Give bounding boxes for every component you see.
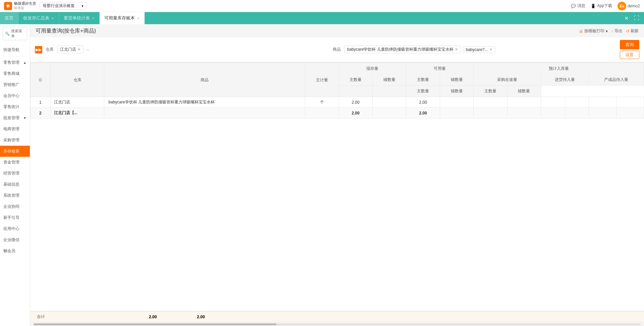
tab-order-stats[interactable]: 要货单统计表 ✕	[59, 12, 100, 24]
sidebar-divider	[3, 56, 27, 56]
filter-row: ▶▶ 仓库 江北门店 ✕ ··· 商品 babycare学饮杯 儿童防摔防撞吸管…	[30, 37, 644, 62]
col-settings-header[interactable]: ⚙	[31, 63, 51, 97]
row1-pt-main	[474, 97, 507, 108]
sidebar-item-member[interactable]: 畅会员	[0, 245, 30, 257]
settings-gear-icon[interactable]: ⚙	[38, 77, 43, 83]
footer-available-main: 2.00	[197, 315, 205, 319]
col-current-aux-header: 辅数量	[372, 74, 406, 86]
header-actions: 🖨 按模板打印 ▾ ↑ 导出 ↺ 刷新	[579, 28, 639, 34]
filter-toggle-btn[interactable]: ▶▶	[35, 46, 42, 53]
scroll-thumb[interactable]	[34, 323, 276, 325]
refresh-btn[interactable]: ↺ 刷新	[626, 28, 639, 34]
search-menu-btn[interactable]: 🔍 搜索菜单	[3, 27, 27, 40]
tab-available-stock[interactable]: 可用量库存账本 ✕	[100, 12, 145, 24]
chevron-down-icon: ▼	[23, 116, 26, 120]
table-row: 1 江北门店 babycare学饮杯 儿童防摔防撞吸管杯重力球吸嘴杯宝宝水杯 个…	[31, 97, 644, 108]
close-icon[interactable]: ✕	[137, 16, 140, 20]
nav-actions: ✕ ⛶	[623, 14, 644, 23]
sidebar-item-app-center[interactable]: 应用中心	[0, 223, 30, 234]
sidebar-item-inventory-check[interactable]: 库存核算	[0, 146, 30, 157]
product-tag-2[interactable]: babycare?... ✕	[463, 46, 495, 53]
row2-pt-aux	[507, 108, 541, 119]
nav-tabs: 首页 收发存汇总表 ✕ 要货单统计表 ✕ 可用量库存账本 ✕ ✕ ⛶	[0, 12, 644, 24]
sidebar-nav: 快捷导航 零售管理 ▲ 零售商城 营销推广 会员中心 零售统计 批发管理 ▼	[0, 43, 30, 258]
sidebar-item-new-guide[interactable]: 新手引导	[0, 212, 30, 223]
col-pending-inbound-header: 进货待入量	[541, 74, 589, 86]
sidebar-item-finance-mgmt[interactable]: 资金管理	[0, 157, 30, 168]
filter-settings-btn[interactable]: 设置	[620, 51, 639, 59]
query-btn[interactable]: 查询	[620, 40, 639, 49]
available-stock-tab-label: 可用量库存账本	[104, 15, 135, 21]
chevron-down-icon: ▾	[606, 29, 608, 34]
col-expected-inbound-header: 预计入库量	[474, 63, 644, 75]
sidebar-item-basic-info[interactable]: 基础信息	[0, 179, 30, 190]
col-pi-aux2-header: 辅数量	[507, 86, 541, 97]
product-tag-1[interactable]: babycare学饮杯 儿童防摔防撞吸管杯重力球吸嘴杯宝宝水杯 ✕	[344, 46, 461, 53]
col-unit-header: 主计量	[305, 63, 339, 97]
product-filter-label: 商品	[333, 47, 341, 52]
user-menu[interactable]: Ea demo2	[618, 2, 640, 10]
col-current-main-header: 主数量	[339, 74, 372, 86]
maximize-btn[interactable]: ⛶	[633, 14, 641, 22]
app-download-btn[interactable]: 📱 App下载	[591, 3, 612, 9]
row2-fp-main	[589, 108, 616, 119]
row2-current-main: 2.00	[339, 108, 372, 119]
col-product-header: 商品	[104, 63, 305, 97]
row1-fp-aux	[616, 97, 644, 108]
logo-text: 畅捷通好生意	[14, 1, 36, 6]
sidebar-item-ecommerce-mgmt[interactable]: 电商管理	[0, 124, 30, 135]
more-filters-btn[interactable]: ···	[86, 47, 90, 52]
message-btn[interactable]: 💬 消息	[571, 3, 585, 9]
tab-home[interactable]: 首页	[0, 12, 18, 24]
col-pt-main-header	[339, 86, 372, 97]
warehouse-tag[interactable]: 江北门店 ✕	[57, 46, 84, 53]
table-footer: 合计 2.00 2.00	[30, 311, 644, 322]
close-all-tabs-btn[interactable]: ✕	[623, 14, 630, 23]
col-available-header: 可用量	[406, 63, 474, 75]
sidebar-item-operations-mgmt[interactable]: 经营管理	[0, 168, 30, 179]
scroll-track[interactable]	[34, 323, 641, 325]
sidebar-item-enterprise-wechat[interactable]: 企业微信	[0, 234, 30, 245]
message-icon: 💬	[571, 4, 576, 8]
sidebar-item-purchase-mgmt[interactable]: 采购管理	[0, 135, 30, 146]
sidebar-item-marketing[interactable]: 营销推广	[0, 79, 30, 90]
sidebar-item-wholesale-mgmt[interactable]: 批发管理 ▼	[0, 112, 30, 124]
warehouse-tag-close[interactable]: ✕	[77, 47, 80, 52]
row1-current-main: 2.00	[339, 97, 372, 108]
sidebar-item-quick-nav[interactable]: 快捷导航	[0, 44, 30, 55]
row1-pi-aux	[565, 97, 589, 108]
col-pi-aux-header: 辅数量	[440, 86, 473, 97]
table-row: 2 江北门店【... 2.00 2.00	[31, 108, 644, 119]
col-available-aux-header: 辅数量	[440, 74, 473, 86]
logo-text-block: 畅捷通好生意 标准版	[14, 1, 36, 10]
product-tag1-close[interactable]: ✕	[455, 47, 458, 52]
sidebar-item-retail-shop[interactable]: 零售商城	[0, 68, 30, 79]
sidebar-item-retail-mgmt[interactable]: 零售管理 ▲	[0, 57, 30, 68]
row2-warehouse: 江北门店【...	[50, 108, 104, 119]
sidebar-item-enterprise-collab[interactable]: 企业协同	[0, 201, 30, 212]
logo-area: 畅 畅捷通好生意 标准版	[4, 1, 36, 10]
sidebar-item-retail-stats[interactable]: 零售统计	[0, 101, 30, 112]
product-tag2-close[interactable]: ✕	[489, 47, 492, 52]
horizontal-scrollbar[interactable]	[30, 322, 644, 326]
sidebar-item-system-mgmt[interactable]: 系统管理	[0, 190, 30, 201]
print-template-btn[interactable]: 🖨 按模板打印 ▾	[579, 28, 608, 34]
close-icon[interactable]: ✕	[92, 16, 95, 20]
sidebar-item-member-center[interactable]: 会员中心	[0, 90, 30, 101]
row2-unit	[305, 108, 339, 119]
row1-current-aux	[372, 97, 406, 108]
row2-pi-main	[541, 108, 565, 119]
export-btn[interactable]: ↑ 导出	[611, 28, 623, 34]
warehouse-filter-label: 仓库	[46, 47, 54, 52]
industry-selector[interactable]: 母婴行业演示账套 ▾	[40, 2, 87, 10]
row2-pi-aux	[565, 108, 589, 119]
col-pi-main2-header: 主数量	[474, 86, 507, 97]
close-icon[interactable]: ✕	[51, 16, 54, 20]
row2-current-aux	[372, 108, 406, 119]
table-wrapper[interactable]: ⚙ 仓库 商品 主计量 现存量 可用量 预计入库量 主数量 辅数量 主数量 辅数…	[30, 63, 644, 311]
col-purchase-transit-header: 采购在途量	[474, 74, 541, 86]
main-layout: 🔍 搜索菜单 快捷导航 零售管理 ▲ 零售商城 营销推广 会员中心	[0, 24, 644, 326]
row1-unit: 个	[305, 97, 339, 108]
tab-receive-summary[interactable]: 收发存汇总表 ✕	[18, 12, 59, 24]
row1-available-main: 2.00	[406, 97, 440, 108]
